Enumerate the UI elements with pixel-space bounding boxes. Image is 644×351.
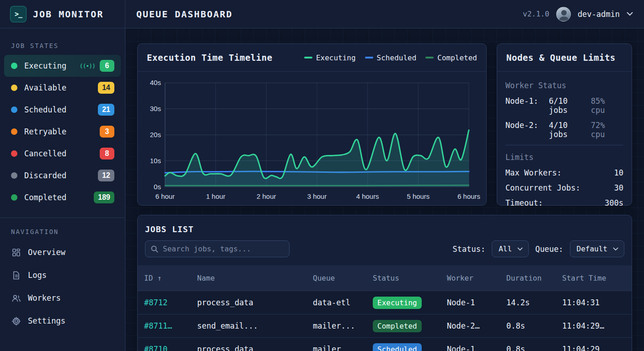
queue-filter-value: Default xyxy=(577,245,607,253)
status-filter-select[interactable]: All xyxy=(492,240,529,257)
job-duration: 14.2s xyxy=(500,298,556,307)
jobs-list-card: JOBS LIST Status: All Que xyxy=(137,215,632,351)
column-header-name[interactable]: Name xyxy=(191,274,306,282)
svg-text:4 hours: 4 hours xyxy=(356,192,379,200)
sidebar-item-overview[interactable]: Overview xyxy=(0,241,125,264)
worker-status-label: Worker Status xyxy=(505,81,623,90)
page-title: QUEUE DASHBOARD xyxy=(136,9,233,20)
shell: JOB STATES Executing((•))6Available14Sch… xyxy=(0,28,644,351)
limit-row: Timeout:300s xyxy=(505,198,623,207)
status-dot xyxy=(11,106,17,113)
legend-item-scheduled[interactable]: Scheduled xyxy=(365,53,417,62)
nodes-limits-card: Nodes & Queue Limits Worker Status Node-… xyxy=(497,43,632,206)
nav-item-label: Logs xyxy=(28,271,47,280)
job-id-link[interactable]: #8712 xyxy=(138,298,191,307)
jobs-filters-row: Status: All Queue: Default xyxy=(138,234,632,266)
search-icon xyxy=(151,245,158,253)
svg-text:10s: 10s xyxy=(150,157,161,165)
sidebar-item-logs[interactable]: Logs xyxy=(0,264,125,287)
job-status-cell: Executing xyxy=(366,297,440,309)
chevron-down-icon xyxy=(613,247,618,251)
sidebar-item-scheduled[interactable]: Scheduled21 xyxy=(4,99,121,121)
search-input[interactable] xyxy=(163,245,284,253)
job-states-section-label: JOB STATES xyxy=(11,42,125,49)
job-status-cell: Scheduled xyxy=(366,343,440,351)
chevron-down-icon[interactable] xyxy=(627,12,633,16)
status-dot xyxy=(11,128,17,135)
svg-text:1 hour: 1 hour xyxy=(206,192,225,200)
nodes-card-header: Nodes & Queue Limits xyxy=(497,44,632,72)
legend-item-executing[interactable]: Executing xyxy=(304,53,356,62)
sidebar-item-settings[interactable]: Settings xyxy=(0,309,125,332)
status-badge: Executing xyxy=(373,297,422,309)
job-name: process_data xyxy=(191,345,306,351)
job-id-link[interactable]: #8710 xyxy=(138,345,191,351)
job-queue: mailer xyxy=(306,345,366,351)
worker-status-row: Node-1:6/10 jobs85% cpu xyxy=(505,96,623,115)
table-row[interactable]: #8711…send_email...mailer...CompletedNod… xyxy=(138,314,632,337)
count-badge: 189 xyxy=(94,191,114,203)
node-cpu: 85% cpu xyxy=(591,96,623,115)
table-row[interactable]: #8712process_datadata-etlExecutingNode-1… xyxy=(138,291,632,314)
column-header-queue[interactable]: Queue xyxy=(306,274,366,282)
avatar[interactable] xyxy=(556,7,571,21)
app-brand: JOB MONITOR xyxy=(33,9,103,20)
top-row: Execution Time Timeline ExecutingSchedul… xyxy=(137,43,632,206)
nav-item-label: Overview xyxy=(28,248,65,257)
legend-dash xyxy=(365,57,373,58)
sidebar-item-cancelled[interactable]: Cancelled8 xyxy=(4,143,121,165)
chevron-down-icon xyxy=(517,247,523,251)
node-cpu: 72% cpu xyxy=(591,121,623,139)
column-header-duration[interactable]: Duration xyxy=(500,274,556,282)
state-label: Retryable xyxy=(24,127,100,136)
chart-title: Execution Time Timeline xyxy=(147,53,273,63)
worker-status-row: Node-2:4/10 jobs72% cpu xyxy=(505,121,623,139)
sidebar-item-available[interactable]: Available14 xyxy=(4,77,121,99)
svg-text:20s: 20s xyxy=(150,131,161,138)
user-menu[interactable]: dev-admin xyxy=(578,10,620,19)
job-id-link[interactable]: #8711… xyxy=(138,321,191,330)
job-duration: 0.8s xyxy=(500,321,556,330)
queue-filter-label: Queue: xyxy=(535,245,563,254)
chart-card-header: Execution Time Timeline ExecutingSchedul… xyxy=(138,44,486,72)
pulse-icon: ((•)) xyxy=(80,63,95,69)
svg-text:5 hours: 5 hours xyxy=(407,192,429,200)
table-row[interactable]: #8710process_datamailerScheduledNode-10.… xyxy=(138,337,632,351)
job-status-cell: Completed xyxy=(366,320,440,332)
sidebar-item-workers[interactable]: Workers xyxy=(0,287,125,309)
svg-text:6 hour: 6 hour xyxy=(156,192,175,200)
limit-row: Concurrent Jobs:30 xyxy=(505,183,623,192)
document-icon xyxy=(11,271,21,280)
limit-value: 30 xyxy=(614,183,623,192)
limit-value: 300s xyxy=(605,198,623,207)
worker-status-list: Node-1:6/10 jobs85% cpuNode-2:4/10 jobs7… xyxy=(505,96,623,139)
svg-text:3 hour: 3 hour xyxy=(307,192,327,200)
jobs-table-header: ID ↑NameQueueStatusWorkerDurationStart T… xyxy=(138,266,632,291)
job-queue: data-etl xyxy=(306,298,366,307)
nodes-card-title: Nodes & Queue Limits xyxy=(506,53,616,63)
column-header-status[interactable]: Status xyxy=(366,274,440,282)
filter-controls: Status: All Queue: Default xyxy=(453,240,624,257)
sidebar-item-completed[interactable]: Completed189 xyxy=(4,186,121,208)
execution-time-chart: 0s10s20s30s40s6 hour1 hour2 hour3 hour4 … xyxy=(142,74,482,204)
brand-area: >_ JOB MONITOR xyxy=(0,0,125,28)
column-header-worker[interactable]: Worker xyxy=(440,274,500,282)
sidebar-item-discarded[interactable]: Discarded12 xyxy=(4,165,121,186)
column-header-starttime[interactable]: Start Time xyxy=(556,274,632,282)
search-box xyxy=(145,240,290,257)
legend-dash xyxy=(304,57,312,58)
header-right: v2.1.0 dev-admin xyxy=(523,7,633,21)
sidebar-item-retryable[interactable]: Retryable3 xyxy=(4,121,121,143)
job-duration: 0.8s xyxy=(500,345,556,351)
job-name: send_email... xyxy=(191,321,306,330)
state-label: Completed xyxy=(24,193,94,202)
sidebar-item-executing[interactable]: Executing((•))6 xyxy=(4,55,121,77)
legend-item-completed[interactable]: Completed xyxy=(425,53,477,62)
status-filter-label: Status: xyxy=(453,245,486,254)
limit-label: Timeout: xyxy=(505,198,543,207)
legend-label: Executing xyxy=(316,53,356,62)
job-start-time: 11:04:31 xyxy=(556,298,632,307)
queue-filter-select[interactable]: Default xyxy=(570,240,624,257)
legend-label: Completed xyxy=(437,53,477,62)
column-header-id[interactable]: ID ↑ xyxy=(138,274,191,282)
